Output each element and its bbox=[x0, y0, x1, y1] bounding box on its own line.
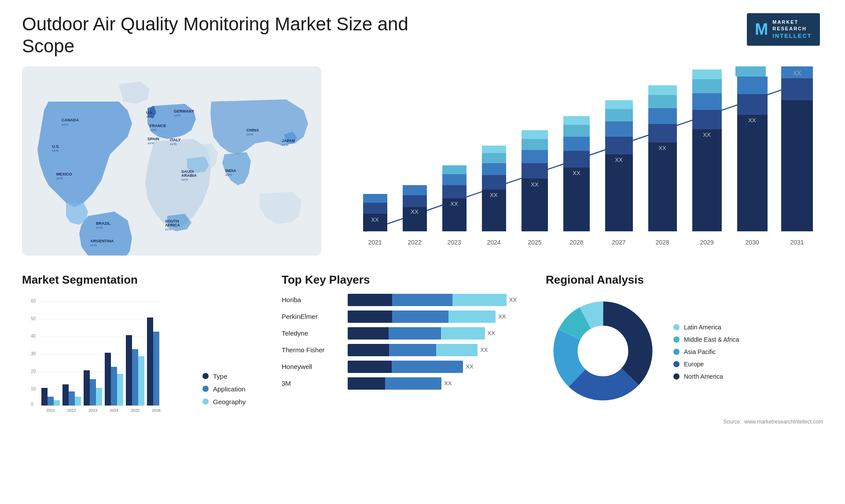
svg-text:U.S.: U.S. bbox=[52, 144, 60, 149]
svg-text:MEXICO: MEXICO bbox=[56, 172, 72, 176]
svg-text:2025: 2025 bbox=[131, 408, 140, 413]
legend-application: Application bbox=[202, 385, 264, 393]
legend-geography: Geography bbox=[202, 398, 264, 405]
svg-text:2028: 2028 bbox=[655, 239, 669, 246]
svg-text:xx%: xx% bbox=[165, 227, 172, 231]
svg-text:2021: 2021 bbox=[46, 408, 55, 413]
dot-asia-pacific bbox=[673, 349, 680, 355]
svg-rect-68 bbox=[563, 125, 590, 137]
svg-rect-128 bbox=[96, 388, 102, 405]
svg-text:2026: 2026 bbox=[152, 408, 161, 413]
dot-latin-america bbox=[673, 324, 680, 330]
svg-rect-82 bbox=[648, 95, 677, 108]
legend-europe: Europe bbox=[673, 361, 739, 368]
dot-north-america bbox=[673, 373, 680, 380]
svg-rect-120 bbox=[54, 400, 60, 405]
svg-text:xx%: xx% bbox=[282, 143, 288, 147]
svg-rect-62 bbox=[522, 130, 548, 139]
svg-text:XX: XX bbox=[531, 181, 539, 188]
svg-rect-75 bbox=[605, 109, 633, 121]
svg-text:40: 40 bbox=[31, 334, 36, 339]
svg-rect-48 bbox=[442, 165, 467, 174]
svg-rect-136 bbox=[138, 356, 144, 405]
bottom-section: Market Segmentation 60 50 40 30 20 10 0 bbox=[22, 273, 823, 425]
svg-text:AFRICA: AFRICA bbox=[165, 223, 180, 227]
svg-rect-79 bbox=[648, 142, 677, 231]
logo-letter: M bbox=[755, 18, 768, 40]
bar-chart-container: XX 2021 XX 2022 XX 2023 bbox=[339, 66, 823, 256]
svg-rect-80 bbox=[648, 124, 677, 142]
svg-text:2022: 2022 bbox=[67, 408, 76, 413]
player-bar-horiba: XX bbox=[348, 294, 528, 306]
dot-europe bbox=[673, 361, 680, 367]
source-text: Source : www.marketresearchintellect.com bbox=[546, 419, 823, 425]
player-row-teledyne: Teledyne XX bbox=[282, 327, 528, 340]
svg-text:0: 0 bbox=[31, 402, 33, 407]
svg-rect-73 bbox=[605, 137, 633, 154]
segmentation-title: Market Segmentation bbox=[22, 273, 264, 287]
svg-rect-46 bbox=[442, 185, 467, 198]
svg-text:XX: XX bbox=[411, 208, 419, 215]
players-table: Horiba XX PerkinElmer bbox=[282, 294, 528, 390]
svg-text:xx%: xx% bbox=[181, 178, 188, 182]
svg-text:50: 50 bbox=[31, 316, 36, 321]
player-name-perkinelmer: PerkinElmer bbox=[282, 313, 343, 320]
svg-rect-119 bbox=[48, 397, 54, 405]
svg-text:GERMANY: GERMANY bbox=[174, 109, 194, 113]
svg-rect-89 bbox=[692, 79, 722, 93]
legend-middle-east-africa: Middle East & Africa bbox=[673, 336, 739, 343]
svg-text:CANADA: CANADA bbox=[62, 118, 79, 122]
player-name-teledyne: Teledyne bbox=[282, 329, 343, 337]
page-title: Outdoor Air Quality Monitoring Market Si… bbox=[22, 13, 418, 58]
svg-rect-36 bbox=[363, 203, 387, 214]
svg-text:CHINA: CHINA bbox=[246, 128, 259, 132]
svg-rect-69 bbox=[563, 116, 590, 125]
svg-rect-138 bbox=[147, 318, 153, 405]
svg-text:XX: XX bbox=[573, 170, 580, 176]
svg-rect-100 bbox=[781, 78, 813, 100]
key-players-section: Top Key Players Horiba XX PerkinElmer bbox=[282, 273, 528, 425]
player-bar-teledyne: XX bbox=[348, 327, 528, 340]
svg-rect-81 bbox=[648, 108, 677, 124]
svg-rect-131 bbox=[111, 367, 117, 405]
svg-text:XX: XX bbox=[371, 216, 379, 223]
svg-text:2026: 2026 bbox=[569, 239, 583, 246]
svg-rect-99 bbox=[781, 100, 813, 231]
segmentation-svg: 60 50 40 30 20 10 0 bbox=[22, 294, 163, 417]
donut-legend: Latin America Middle East & Africa Asia … bbox=[673, 324, 739, 380]
svg-text:ARABIA: ARABIA bbox=[181, 173, 197, 178]
svg-rect-59 bbox=[522, 163, 548, 179]
svg-point-146 bbox=[578, 326, 628, 376]
svg-rect-65 bbox=[563, 168, 590, 231]
segmentation-svg-area: 60 50 40 30 20 10 0 bbox=[22, 294, 189, 419]
svg-rect-126 bbox=[84, 370, 90, 405]
svg-rect-55 bbox=[482, 146, 506, 153]
svg-text:xx%: xx% bbox=[90, 243, 97, 247]
svg-rect-118 bbox=[41, 388, 48, 405]
svg-rect-132 bbox=[117, 374, 123, 405]
svg-rect-130 bbox=[105, 353, 111, 405]
player-row-honeywell: Honeywell XX bbox=[282, 361, 528, 373]
svg-rect-124 bbox=[75, 397, 81, 405]
svg-text:BRAZIL: BRAZIL bbox=[96, 221, 110, 226]
svg-text:XX: XX bbox=[793, 69, 801, 77]
svg-text:2023: 2023 bbox=[88, 408, 97, 413]
svg-text:xx%: xx% bbox=[246, 132, 253, 136]
svg-rect-139 bbox=[153, 332, 159, 405]
svg-rect-42 bbox=[403, 185, 427, 195]
logo-box: M MARKET RESEARCH INTELLECT bbox=[747, 13, 820, 46]
bar-chart-svg: XX 2021 XX 2022 XX 2023 bbox=[339, 66, 823, 256]
svg-rect-123 bbox=[69, 391, 75, 405]
svg-rect-76 bbox=[605, 100, 633, 109]
svg-text:XX: XX bbox=[703, 131, 711, 138]
svg-rect-87 bbox=[692, 110, 722, 129]
donut-chart-area bbox=[546, 294, 660, 410]
svg-rect-95 bbox=[737, 77, 768, 94]
svg-text:xx%: xx% bbox=[174, 113, 180, 117]
svg-text:xx%: xx% bbox=[62, 123, 68, 127]
player-row-perkinelmer: PerkinElmer XX bbox=[282, 310, 528, 323]
dot-middle-east-africa bbox=[673, 336, 680, 343]
svg-text:2030: 2030 bbox=[745, 239, 759, 246]
logo-area: M MARKET RESEARCH INTELLECT bbox=[744, 13, 823, 46]
top-section: CANADA xx% U.S. xx% MEXICO xx% BRAZIL xx… bbox=[22, 66, 823, 256]
